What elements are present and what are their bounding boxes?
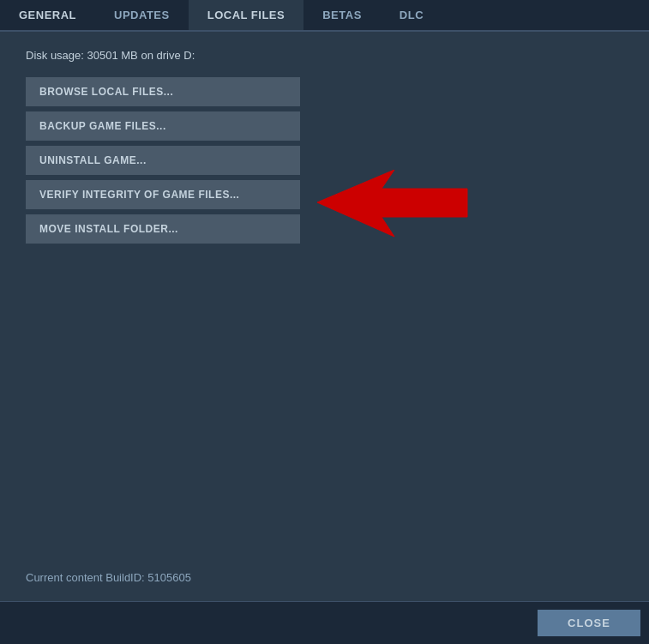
backup-game-files-button[interactable]: BACKUP GAME FILES... bbox=[26, 111, 300, 141]
local-files-content: Disk usage: 30501 MB on drive D: BROWSE … bbox=[0, 32, 649, 601]
tabs-bar: GENERAL UPDATES LOCAL FILES BETAS DLC bbox=[0, 0, 649, 32]
disk-usage-label: Disk usage: 30501 MB on drive D: bbox=[26, 49, 623, 62]
action-buttons-section: BROWSE LOCAL FILES... BACKUP GAME FILES.… bbox=[26, 77, 300, 244]
tab-local-files[interactable]: LOCAL FILES bbox=[189, 0, 303, 30]
tab-general[interactable]: GENERAL bbox=[0, 0, 95, 30]
browse-local-files-button[interactable]: BROWSE LOCAL FILES... bbox=[26, 77, 300, 106]
verify-integrity-button[interactable]: VERIFY INTEGRITY OF GAME FILES... bbox=[26, 180, 300, 209]
tab-betas[interactable]: BETAS bbox=[303, 0, 381, 30]
steam-properties-window: GENERAL UPDATES LOCAL FILES BETAS DLC Di… bbox=[0, 0, 649, 644]
bottom-bar: CLOSE bbox=[0, 601, 649, 644]
close-button[interactable]: CLOSE bbox=[538, 610, 640, 636]
content-spacer bbox=[26, 244, 623, 571]
build-id-label: Current content BuildID: 5105605 bbox=[26, 571, 623, 584]
uninstall-game-button[interactable]: UNINSTALL GAME... bbox=[26, 146, 300, 175]
tab-dlc[interactable]: DLC bbox=[381, 0, 442, 30]
svg-marker-0 bbox=[317, 170, 467, 237]
arrow-annotation bbox=[317, 170, 472, 238]
tab-updates[interactable]: UPDATES bbox=[95, 0, 189, 30]
move-install-folder-button[interactable]: MOVE INSTALL FOLDER... bbox=[26, 214, 300, 244]
